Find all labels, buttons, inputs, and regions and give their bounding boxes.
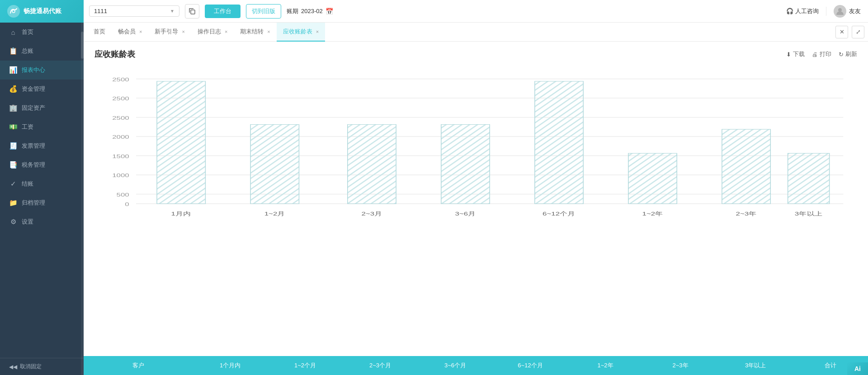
tab-member[interactable]: 畅会员× — [112, 23, 148, 42]
funds-icon: 💰 — [9, 85, 17, 93]
table-header-cell: 6~12个月 — [493, 361, 568, 370]
sidebar-item-invoice[interactable]: 🧾发票管理 — [0, 136, 84, 155]
tab-close-guide[interactable]: × — [182, 29, 184, 34]
table-header-cell: 1~2个月 — [268, 361, 343, 370]
sidebar-label-funds: 资金管理 — [22, 85, 45, 93]
svg-text:2~3年: 2~3年 — [736, 211, 757, 217]
tab-close-member[interactable]: × — [139, 29, 142, 34]
svg-point-0 — [12, 10, 15, 13]
page-content: 应收账龄表 ⬇ 下载 🖨 打印 ↻ 刷新 — [84, 42, 868, 375]
sidebar-item-ledger[interactable]: 📋总账 — [0, 42, 84, 61]
headset-icon: 🎧 — [786, 8, 793, 14]
svg-rect-32 — [722, 129, 770, 204]
svg-rect-34 — [788, 153, 830, 204]
period-value: 2023-02 — [301, 8, 323, 14]
workbench-button[interactable]: 工作台 — [205, 5, 241, 18]
table-header: 客户1个月内1~2个月2~3个月3~6个月6~12个月1~2年2~3年3年以上合… — [84, 356, 868, 375]
svg-text:2500: 2500 — [112, 96, 129, 102]
tab-home[interactable]: 首页 — [87, 23, 112, 42]
period-label: 账期 — [287, 7, 298, 15]
refresh-button[interactable]: ↻ 刷新 — [839, 50, 857, 58]
tabs-actions: ✕ ⤢ — [835, 26, 864, 38]
close-tab-button[interactable]: ✕ — [835, 26, 848, 38]
sidebar-label-checkout: 结账 — [22, 180, 33, 188]
sidebar-item-archive[interactable]: 📁归档管理 — [0, 193, 84, 212]
svg-text:1月内: 1月内 — [171, 211, 191, 217]
svg-text:3年以上: 3年以上 — [795, 211, 823, 217]
tab-label-member: 畅会员 — [118, 28, 136, 36]
unpin-label: 取消固定 — [20, 363, 42, 370]
company-selector[interactable]: 1111 ▼ — [89, 5, 179, 17]
sidebar-item-home[interactable]: ⌂首页 — [0, 23, 84, 42]
chart-wrapper: 2500 2500 2500 2000 1500 1000 500 0 — [94, 74, 857, 228]
svg-rect-20 — [157, 81, 205, 204]
chart-container: 2500 2500 2500 2000 1500 1000 500 0 — [84, 65, 868, 356]
company-name: 1111 — [94, 8, 167, 14]
calendar-icon[interactable]: 📅 — [326, 8, 333, 15]
consult-label: 人工咨询 — [795, 7, 819, 15]
avatar — [834, 5, 846, 18]
tab-label-aging: 应收账龄表 — [283, 28, 312, 36]
svg-text:2000: 2000 — [112, 134, 129, 140]
tab-guide[interactable]: 新手引导× — [148, 23, 191, 42]
assets-icon: 🏢 — [9, 104, 17, 112]
table-header-cell: 1~2年 — [568, 361, 643, 370]
ai-badge[interactable]: Ai — [847, 362, 868, 375]
switch-version-button[interactable]: 切到旧版 — [246, 4, 281, 19]
top-header: 畅捷通易代账 1111 ▼ 工作台 切到旧版 账期 2023-02 📅 🎧 人工… — [0, 0, 868, 23]
tabs-bar: 首页畅会员×新手引导×操作日志×期末结转×应收账龄表× ✕ ⤢ — [84, 23, 868, 42]
tab-close-aging[interactable]: × — [316, 29, 319, 34]
table-header-cell: 2~3年 — [643, 361, 718, 370]
period-area: 账期 2023-02 📅 — [287, 7, 333, 15]
consult-button[interactable]: 🎧 人工咨询 — [786, 7, 819, 15]
sidebar-item-salary[interactable]: 💵工资 — [0, 117, 84, 136]
tab-aging[interactable]: 应收账龄表× — [277, 23, 325, 42]
tab-label-home: 首页 — [94, 28, 105, 36]
sidebar-unpin[interactable]: ◀◀ 取消固定 — [0, 358, 84, 375]
sidebar-label-salary: 工资 — [22, 123, 33, 131]
svg-text:3~6月: 3~6月 — [455, 211, 476, 217]
download-button[interactable]: ⬇ 下载 — [786, 50, 805, 58]
sidebar-label-assets: 固定资产 — [22, 104, 45, 112]
page-title: 应收账龄表 — [94, 49, 135, 60]
svg-text:2500: 2500 — [112, 115, 129, 121]
logo-text: 畅捷通易代账 — [24, 7, 61, 15]
svg-rect-28 — [535, 81, 583, 204]
sidebar-label-archive: 归档管理 — [22, 199, 45, 207]
archive-icon: 📁 — [9, 199, 17, 207]
sidebar-item-tax[interactable]: 📑税务管理 — [0, 155, 84, 174]
download-icon: ⬇ — [786, 51, 791, 58]
expand-tab-button[interactable]: ⤢ — [852, 26, 864, 38]
table-header-cell: 1个月内 — [193, 361, 268, 370]
print-button[interactable]: 🖨 打印 — [812, 50, 831, 58]
copy-icon-button[interactable] — [185, 4, 199, 19]
tab-close-oplog[interactable]: × — [225, 29, 227, 34]
user-area[interactable]: 友友 — [834, 5, 861, 18]
tab-oplog[interactable]: 操作日志× — [191, 23, 234, 42]
tab-period_end[interactable]: 期末结转× — [234, 23, 276, 42]
tab-close-period_end[interactable]: × — [267, 29, 270, 34]
table-header-cell: 客户 — [84, 361, 193, 370]
page-actions: ⬇ 下载 🖨 打印 ↻ 刷新 — [786, 50, 857, 58]
sidebar-item-assets[interactable]: 🏢固定资产 — [0, 98, 84, 117]
sidebar-item-funds[interactable]: 💰资金管理 — [0, 80, 84, 98]
svg-text:1000: 1000 — [112, 173, 129, 178]
invoice-icon: 🧾 — [9, 142, 17, 150]
sidebar-item-reports[interactable]: 📊报表中心 — [0, 61, 84, 80]
content-area: 首页畅会员×新手引导×操作日志×期末结转×应收账龄表× ✕ ⤢ 应收账龄表 ⬇ … — [84, 23, 868, 375]
reports-icon: 📊 — [9, 66, 17, 74]
home-icon: ⌂ — [9, 28, 17, 36]
sidebar-item-settings[interactable]: ⚙设置 — [0, 212, 84, 231]
sidebar-label-ledger: 总账 — [22, 47, 33, 55]
settings-icon: ⚙ — [9, 218, 17, 226]
table-header-cell: 3~6个月 — [418, 361, 493, 370]
tab-label-period_end: 期末结转 — [240, 28, 264, 36]
sidebar-item-checkout[interactable]: ✓结账 — [0, 174, 84, 193]
svg-text:500: 500 — [117, 192, 129, 197]
svg-text:1500: 1500 — [112, 153, 129, 159]
svg-rect-22 — [250, 125, 299, 204]
download-label: 下载 — [793, 50, 805, 58]
svg-rect-30 — [628, 153, 677, 204]
logo-icon — [7, 5, 20, 18]
pin-icon: ◀◀ — [9, 364, 17, 370]
